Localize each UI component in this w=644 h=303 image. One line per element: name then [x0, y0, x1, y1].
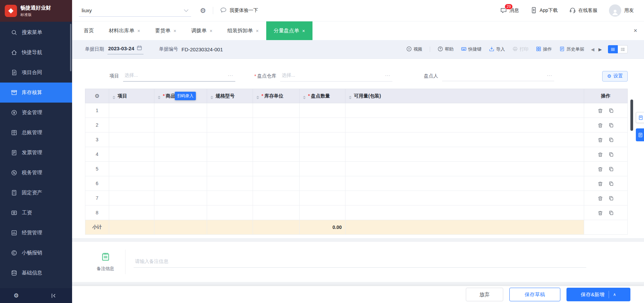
- checker-input[interactable]: ···: [442, 71, 554, 81]
- video-button[interactable]: 视频: [406, 46, 422, 53]
- cell-qty[interactable]: [300, 118, 345, 132]
- prev-page-button[interactable]: ◀: [591, 47, 594, 52]
- copy-row-icon[interactable]: [609, 181, 614, 186]
- help-button[interactable]: 帮助: [438, 46, 454, 53]
- copy-row-icon[interactable]: [609, 108, 614, 113]
- close-icon[interactable]: ×: [209, 28, 212, 34]
- sidebar-item-fund-management[interactable]: 资金管理: [0, 103, 72, 123]
- cell-goods[interactable]: [154, 191, 207, 206]
- cell-unit[interactable]: [253, 132, 300, 147]
- cell-qty[interactable]: [300, 191, 345, 206]
- sidebar-scrollbar[interactable]: [70, 24, 71, 71]
- side-panel-toggle-bottom[interactable]: [636, 128, 644, 141]
- cell-available[interactable]: [345, 206, 584, 220]
- sidebar-item-invoice-management[interactable]: 发票管理: [0, 143, 72, 163]
- delete-row-icon[interactable]: [598, 196, 603, 201]
- print-button[interactable]: 打印: [512, 46, 528, 53]
- cell-available[interactable]: [345, 103, 584, 118]
- cell-qty[interactable]: [300, 147, 345, 162]
- sidebar-item-fixed-assets[interactable]: 固定资产: [0, 183, 72, 203]
- cell-unit[interactable]: [253, 162, 300, 176]
- cell-available[interactable]: [345, 118, 584, 132]
- cell-project[interactable]: [109, 176, 154, 191]
- grid-scrollbar[interactable]: [630, 100, 633, 131]
- cell-project[interactable]: [109, 103, 154, 118]
- user-menu[interactable]: 用友: [609, 4, 634, 17]
- delete-row-icon[interactable]: [598, 166, 603, 172]
- cell-project[interactable]: [109, 206, 154, 220]
- sidebar-item-quick-nav[interactable]: 快捷导航: [0, 42, 72, 63]
- cell-goods[interactable]: [154, 206, 207, 220]
- remark-input[interactable]: [134, 256, 586, 268]
- sidebar-item-inventory-accounting[interactable]: 库存核算: [0, 83, 72, 103]
- collapse-sidebar-icon[interactable]: [51, 293, 56, 299]
- more-icon[interactable]: ···: [547, 73, 552, 78]
- cell-spec[interactable]: [207, 103, 253, 118]
- sidebar-item-basic-info[interactable]: 基础信息: [0, 263, 72, 283]
- close-icon[interactable]: ×: [302, 28, 305, 34]
- sidebar-item-search-menu[interactable]: 搜索菜单: [0, 22, 72, 42]
- col-goods[interactable]: *商品 扫码录入: [154, 89, 207, 103]
- copy-row-icon[interactable]: [609, 152, 614, 157]
- cell-project[interactable]: [109, 147, 154, 162]
- settings-button[interactable]: ⚙ 设置: [602, 71, 628, 82]
- col-spec[interactable]: 规格型号: [207, 89, 253, 103]
- save-and-new-button[interactable]: 保存&新增 ∧: [566, 288, 630, 301]
- tab-assembly[interactable]: 组装拆卸单 ×: [220, 21, 266, 40]
- warehouse-input[interactable]: 选择... ···: [280, 71, 392, 82]
- online-service-button[interactable]: 在线客服: [569, 7, 597, 15]
- account-select[interactable]: liuxy: [79, 5, 191, 17]
- calendar-icon[interactable]: [137, 45, 142, 52]
- copy-row-icon[interactable]: [609, 196, 614, 201]
- gear-icon[interactable]: ⚙: [14, 292, 19, 299]
- detail-view-toggle[interactable]: [618, 45, 628, 53]
- messages-button[interactable]: 29 消息: [500, 7, 519, 14]
- cell-goods[interactable]: [154, 118, 207, 132]
- cell-spec[interactable]: [207, 206, 253, 220]
- cell-spec[interactable]: [207, 176, 253, 191]
- more-icon[interactable]: ···: [228, 73, 233, 78]
- cell-spec[interactable]: [207, 191, 253, 206]
- tab-weight-count[interactable]: 分量盘点单 ×: [266, 21, 312, 40]
- more-icon[interactable]: ···: [385, 73, 390, 78]
- cell-available[interactable]: [345, 162, 584, 176]
- cell-goods[interactable]: [154, 132, 207, 147]
- sidebar-item-business-management[interactable]: 经营管理: [0, 223, 72, 243]
- cell-qty[interactable]: [300, 176, 345, 191]
- cell-spec[interactable]: [207, 147, 253, 162]
- grid-settings-icon[interactable]: ⚙: [95, 93, 99, 99]
- tab-home[interactable]: 首页: [76, 21, 101, 40]
- sidebar-item-project-contract[interactable]: 项目合同: [0, 63, 72, 83]
- col-available[interactable]: 可用量(包装): [345, 89, 584, 103]
- cell-qty[interactable]: [300, 103, 345, 118]
- cell-project[interactable]: [109, 132, 154, 147]
- close-icon[interactable]: ×: [137, 28, 140, 34]
- cell-unit[interactable]: [253, 147, 300, 162]
- cell-project[interactable]: [109, 118, 154, 132]
- tab-transfer[interactable]: 调拨单 ×: [184, 21, 220, 40]
- cell-available[interactable]: [345, 132, 584, 147]
- discard-button[interactable]: 放弃: [466, 288, 503, 301]
- sidebar-item-expense[interactable]: 小畅报销: [0, 243, 72, 263]
- project-input[interactable]: 选择... ···: [123, 71, 235, 82]
- cell-available[interactable]: [345, 176, 584, 191]
- doc-date-input[interactable]: 2023-03-24: [107, 44, 143, 54]
- gear-icon[interactable]: ⚙: [200, 6, 206, 15]
- delete-row-icon[interactable]: [598, 108, 603, 113]
- copy-row-icon[interactable]: [609, 210, 614, 216]
- cell-unit[interactable]: [253, 206, 300, 220]
- cell-unit[interactable]: [253, 191, 300, 206]
- close-icon[interactable]: ×: [256, 28, 259, 34]
- copy-row-icon[interactable]: [609, 123, 614, 128]
- delete-row-icon[interactable]: [598, 210, 603, 216]
- delete-row-icon[interactable]: [598, 137, 603, 143]
- next-page-button[interactable]: ▶: [598, 47, 602, 52]
- app-download-button[interactable]: App下载: [530, 7, 558, 15]
- tab-material-outbound[interactable]: 材料出库单 ×: [101, 21, 148, 40]
- operations-button[interactable]: 操作: [536, 46, 552, 53]
- col-unit[interactable]: *库存单位: [253, 89, 300, 103]
- cell-spec[interactable]: [207, 118, 253, 132]
- delete-row-icon[interactable]: [598, 152, 603, 157]
- sidebar-item-general-ledger[interactable]: 总账管理: [0, 123, 72, 143]
- cell-unit[interactable]: [253, 176, 300, 191]
